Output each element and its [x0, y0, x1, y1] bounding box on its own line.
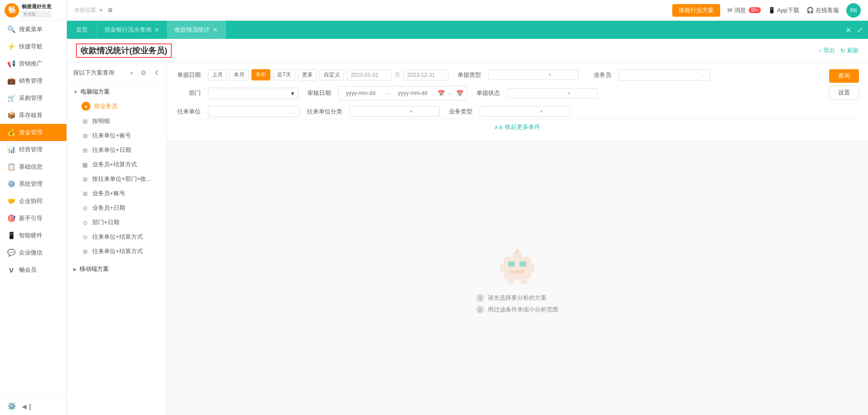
plan-item-unit-dept[interactable]: ⊞ 按往来单位+部门+收... [67, 172, 166, 186]
plan-item-unit-account[interactable]: ⊞ 往来单位+账号 [67, 128, 166, 143]
panel-add-icon[interactable]: + [127, 68, 136, 77]
date-btn-this-month[interactable]: 本月 [230, 69, 249, 80]
tab-bank-flow-close[interactable]: ✕ [154, 26, 160, 33]
tab-collection-stat[interactable]: 收款情况统计 ✕ [167, 21, 226, 39]
plan-item-icon: ⊞ [81, 118, 89, 125]
sidebar-item-basic[interactable]: 📋 基础信息 [0, 158, 66, 175]
sales-icon: 💼 [7, 77, 15, 85]
export-btn[interactable]: ↑ 导出 [819, 47, 835, 55]
date-label: 单据日期 [175, 71, 201, 79]
page-area: 收款情况统计(按业务员) ↑ 导出 ↻ 刷新 按以下方案查询 + [67, 39, 868, 415]
counterparty-dots-icon[interactable]: ... [291, 108, 296, 115]
sidebar-item-inventory[interactable]: 📦 库存核算 [0, 107, 66, 124]
doc-status-select[interactable]: ▾ [507, 88, 598, 99]
active-dot-icon: ● [81, 102, 90, 111]
sidebar-item-label: 企业微信 [19, 249, 42, 257]
sidebar-item-marketing[interactable]: 📢 营销推广 [0, 55, 66, 72]
tab-close-all-icon[interactable]: ✕ [845, 26, 851, 34]
message-btn[interactable]: ✉ 消息 99+ [727, 6, 761, 14]
empty-tip-1: 1 请先选择要分析的方案 [476, 294, 558, 302]
sidebar-item-wechat[interactable]: 💬 企业微信 [0, 244, 66, 261]
svg-point-6 [515, 249, 519, 253]
tab-expand-icon[interactable]: ⤢ [857, 26, 863, 34]
biz-type-select[interactable]: ▾ [480, 106, 570, 117]
dept-chevron-icon: ▾ [291, 90, 294, 97]
refresh-btn[interactable]: ↻ 刷新 [840, 47, 859, 55]
counterparty-cat-select[interactable]: ▾ [349, 106, 440, 117]
salesperson-text-input[interactable] [623, 71, 698, 78]
date-btn-last-7[interactable]: 近7天 [273, 69, 295, 80]
corp-icon: 🤝 [7, 197, 15, 205]
dept-input[interactable]: ▾ [208, 88, 298, 99]
right-panel: 单据日期 上月 本月 本年 近7天 更多 自定义 至 [166, 63, 868, 415]
salesperson-input[interactable]: ... [618, 69, 710, 80]
review-date-cal-start-icon[interactable]: 📅 [438, 90, 445, 97]
tab-home[interactable]: 首页 [67, 21, 97, 39]
dept-text-input[interactable] [212, 90, 288, 97]
review-date-range[interactable]: — 📅 — 📅 [338, 86, 467, 100]
desktop-group-header[interactable]: ▼ 电脑端方案 [67, 85, 166, 99]
empty-tips: 1 请先选择要分析的方案 2 用过滤条件来缩小分析范围 [476, 294, 558, 314]
sidebar-item-member[interactable]: V 畅会员 [0, 261, 66, 278]
plan-item-salesperson-date[interactable]: ⊙ 业务员+日期 [67, 201, 166, 215]
online-service-btn[interactable]: 🎧 在线客服 [807, 6, 839, 14]
sidebar-item-operation[interactable]: 📊 经营管理 [0, 141, 66, 158]
sidebar-item-corp[interactable]: 🤝 企业协同 [0, 193, 66, 210]
sidebar-item-search[interactable]: 🔍 搜索菜单 [0, 21, 66, 38]
plan-item-unit-settle1[interactable]: ⊙ 往来单位+结算方式 [67, 230, 166, 244]
app-download-btn[interactable]: 📱 App下载 [768, 6, 799, 14]
plan-item-unit-settle2[interactable]: ⊞ 往来单位+结算方式 [67, 244, 166, 259]
svg-rect-0 [504, 257, 531, 279]
plan-item-salesperson-settle[interactable]: ▦ 业务员+结算方式 [67, 157, 166, 172]
biz-type-label: 业务类型 [447, 108, 472, 116]
query-btn[interactable]: 查询 [829, 69, 859, 83]
plan-item-bar-icon: ▦ [81, 161, 89, 168]
plan-item-clock-icon: ⊙ [81, 219, 89, 226]
content-area: 按以下方案查询 + ⚙ 《 ▼ 电脑端方案 ● [67, 63, 868, 415]
tab-collection-stat-close[interactable]: ✕ [212, 26, 218, 33]
date-btn-this-year[interactable]: 本年 [251, 69, 270, 80]
review-date-cal-end-icon[interactable]: 📅 [456, 90, 463, 97]
sidebar-collapse-icon[interactable]: ◀ ‖ [22, 403, 32, 410]
inventory-icon: 📦 [7, 111, 15, 119]
sidebar-settings-icon[interactable]: ⚙️ [7, 402, 16, 410]
sidebar-item-purchase[interactable]: 🛒 采购管理 [0, 90, 66, 107]
date-end-input[interactable] [403, 70, 448, 80]
sidebar-item-label: 资金管理 [19, 128, 42, 137]
panel-settings-icon[interactable]: ⚙ [139, 68, 148, 77]
doc-type-select[interactable]: ▾ [488, 70, 579, 80]
mobile-group-header[interactable]: ▶ 移动端方案 [67, 262, 166, 276]
plan-item-dept-date[interactable]: ⊙ 部门+日期 [67, 215, 166, 230]
plan-item-by-salesperson[interactable]: ● 按业务员 [67, 99, 166, 114]
plan-item-salesperson-account[interactable]: ⊞ 业务员+账号 [67, 186, 166, 201]
sidebar-item-system[interactable]: ⚙️ 系统管理 [0, 175, 66, 193]
salesperson-dots-icon[interactable]: ... [701, 71, 706, 78]
plan-item-label: 往来单位+账号 [92, 132, 131, 140]
sidebar-item-label: 库存核算 [19, 111, 42, 119]
panel-collapse-icon[interactable]: 《 [151, 68, 160, 77]
header-chevron-icon[interactable]: ▾ [99, 7, 103, 14]
sidebar-item-quick-nav[interactable]: ⚡ 快捷导航 [0, 38, 66, 55]
collapse-btn[interactable]: ∧∧ 收起更多条件 [175, 119, 859, 135]
sidebar-item-guide[interactable]: 🎯 新手引导 [0, 210, 66, 227]
counterparty-text-input[interactable] [212, 108, 288, 115]
sidebar-item-finance[interactable]: 💰 资金管理 [0, 124, 66, 141]
user-avatar[interactable]: Rit [846, 3, 861, 18]
counterparty-cat-chevron-icon: ▾ [410, 108, 436, 114]
plan-item-unit-date[interactable]: ⊞ 往来单位+日期 [67, 143, 166, 157]
date-btn-more[interactable]: 更多 [298, 69, 317, 80]
sidebar-item-hardware[interactable]: 📱 智能硬件 [0, 227, 66, 244]
sidebar-item-sales[interactable]: 💼 销售管理 [0, 72, 66, 90]
salesperson-label: 业务员 [586, 71, 611, 79]
date-start-input[interactable] [347, 70, 392, 80]
filter-settings-btn[interactable]: 设置 [829, 85, 859, 100]
review-date-start-input[interactable] [342, 88, 383, 98]
counterparty-input[interactable]: ... [208, 106, 300, 117]
trial-btn[interactable]: 体验行业方案 [672, 4, 720, 17]
date-btn-last-month[interactable]: 上月 [208, 69, 227, 80]
header-gear-icon[interactable]: ⚙ [106, 6, 114, 14]
review-date-end-input[interactable] [394, 88, 435, 98]
tab-bank-flow[interactable]: 现金银行流水查询 ✕ [97, 21, 167, 39]
date-btn-custom[interactable]: 自定义 [320, 69, 344, 80]
plan-item-by-detail[interactable]: ⊞ 按明细 [67, 114, 166, 128]
